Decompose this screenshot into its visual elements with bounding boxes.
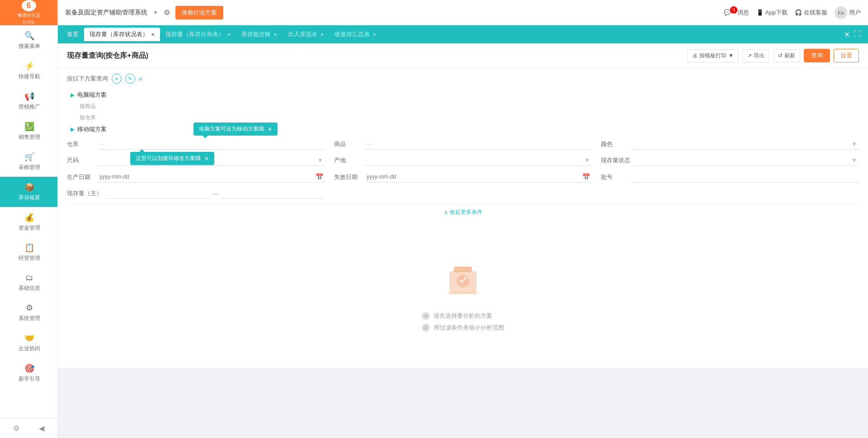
sidebar-item-warehouse[interactable]: 📦 库存核算	[0, 177, 57, 207]
purchase-label: 采购管理	[19, 164, 40, 171]
tab-inventory-dist[interactable]: 现存量（库存分布表） ✕	[160, 28, 236, 41]
tab-inventory-dist-close[interactable]: ✕	[227, 32, 231, 37]
set-btn[interactable]: 设置	[834, 49, 859, 62]
filter-edit-btn[interactable]: ✎	[125, 74, 135, 84]
topbar-gear-icon[interactable]: ⚙	[164, 8, 170, 17]
tabs-close-all-icon[interactable]: ✕	[844, 30, 850, 39]
color-field: 颜色 ▼	[601, 139, 859, 150]
warehouse-select[interactable]: ···	[98, 139, 325, 150]
content-inner: 现存量查询(按仓库+商品) 🖨 按模板打印 ▼ ↗ 导出 ↺ 刷新	[58, 43, 868, 368]
page-title: 现存量查询(按仓库+商品)	[67, 51, 148, 61]
sidebar-item-finance[interactable]: 💰 资金管理	[0, 207, 57, 237]
scheme-desktop-node[interactable]: ▶ 电脑端方案	[67, 89, 859, 101]
production-date-input-wrapper[interactable]: 📅	[98, 171, 325, 183]
color-select[interactable]: ▼	[632, 139, 859, 150]
query-btn[interactable]: 查询	[804, 49, 830, 62]
batch-label: 批号	[601, 173, 628, 181]
sidebar-item-purchase[interactable]: 🛒 采购管理	[0, 146, 57, 177]
tooltip1-close[interactable]: ✕	[268, 126, 272, 132]
production-date-input[interactable]	[99, 174, 314, 180]
sidebar-item-guide[interactable]: 🎯 新手引导	[0, 358, 57, 388]
filter-header: 按以下方案查询 + ✎ «	[67, 74, 859, 84]
avatar-abbr: Ea	[838, 10, 844, 15]
tabs-fullscreen-icon[interactable]: ⛶	[854, 30, 861, 38]
expiry-date-input[interactable]	[367, 174, 581, 180]
industry-btn[interactable]: 体验行业方案	[175, 6, 223, 19]
sidebar-item-search-menu[interactable]: 🔍 搜索菜单	[0, 25, 57, 56]
sidebar-item-basic[interactable]: 🗂 基础信息	[0, 268, 57, 297]
user-label: 用户	[849, 9, 861, 17]
tab-inventory-dist-label: 现存量（库存分布表）	[165, 30, 224, 38]
user-menu[interactable]: Ea 用户	[835, 6, 861, 19]
production-date-label: 生产日期	[67, 173, 94, 181]
app-download-btn[interactable]: 📱 App下载	[756, 9, 788, 17]
origin-select[interactable]: ▼	[365, 155, 592, 166]
print-btn[interactable]: 🖨 按模板打印 ▼	[687, 49, 739, 62]
goods-label: 商品	[334, 140, 361, 148]
sidebar-item-marketing[interactable]: 📢 营销推广	[0, 86, 57, 116]
content-area: 现存量查询(按仓库+商品) 🖨 按模板打印 ▼ ↗ 导出 ↺ 刷新	[58, 43, 868, 438]
empty-state: ① 请先选择要分析的方案 ② 用过滤条件来缩小分析范围	[58, 221, 868, 368]
inventory-range-max[interactable]	[221, 188, 325, 199]
scheme-tree: ▶ 电脑端方案 按商品 按仓库 ▶ 移动端方案	[67, 89, 859, 135]
export-icon: ↗	[747, 52, 752, 59]
print-dropdown-icon: ▼	[728, 52, 734, 59]
filter-back-btn[interactable]: «	[139, 75, 142, 82]
message-btn[interactable]: 💬 9 消息	[724, 9, 749, 17]
scheme-mobile-arrow: ▶	[71, 126, 75, 132]
expiry-date-input-wrapper[interactable]: 📅	[365, 171, 592, 183]
inventory-status-select[interactable]: ▼	[634, 155, 859, 166]
tab-recv-summary-label: 收发存汇总表	[335, 30, 370, 38]
expiry-date-cal-icon[interactable]: 📅	[582, 173, 590, 180]
inventory-range-min[interactable]	[106, 188, 210, 199]
tab-inventory-status-close[interactable]: ✕	[151, 32, 155, 37]
tab-inout-flow-close[interactable]: ✕	[320, 32, 324, 37]
refresh-btn[interactable]: ↺ 刷新	[773, 49, 800, 62]
page-header: 现存量查询(按仓库+商品) 🖨 按模板打印 ▼ ↗ 导出 ↺ 刷新	[58, 43, 868, 68]
tab-home[interactable]: 首页	[61, 28, 84, 41]
inventory-range-field: 现存量（主） —	[67, 188, 325, 199]
export-btn[interactable]: ↗ 导出	[742, 49, 769, 62]
online-support-label: 在线客服	[804, 9, 827, 17]
tab-recv-summary[interactable]: 收发存汇总表 ✕	[329, 28, 382, 41]
warehouse-field: 仓库 ···	[67, 139, 325, 150]
inventory-range-label: 现存量（主）	[67, 189, 102, 198]
sidebar-item-system[interactable]: ⚙ 系统管理	[0, 297, 57, 328]
sidebar-item-quick-nav[interactable]: ⚡ 快捷导航	[0, 56, 57, 86]
filter-add-btn[interactable]: +	[112, 74, 122, 84]
batch-input[interactable]	[632, 172, 859, 183]
topbar-dropdown-icon[interactable]: ▼	[153, 9, 158, 16]
sidebar-item-sales[interactable]: 💹 销售管理	[0, 116, 57, 146]
tab-recv-summary-close[interactable]: ✕	[373, 32, 376, 37]
tab-batch-account-close[interactable]: ✕	[274, 32, 277, 37]
tooltip2-close[interactable]: ✕	[204, 155, 209, 162]
production-date-field: 生产日期 📅	[67, 171, 325, 183]
tab-inventory-status[interactable]: 现存量（库存状况表） ✕	[84, 28, 160, 41]
print-label: 按模板打印	[699, 52, 726, 60]
production-date-cal-icon[interactable]: 📅	[316, 173, 323, 180]
sidebar-collapse-icon[interactable]: ◀	[39, 424, 44, 433]
sidebar-item-operations[interactable]: 📋 经营管理	[0, 237, 57, 268]
basic-label: 基础信息	[19, 284, 40, 292]
goods-field: 商品 ···	[334, 139, 592, 150]
color-label: 颜色	[601, 140, 628, 148]
tab-batch-account[interactable]: 库存批次账 ✕	[236, 28, 283, 41]
expiry-date-label: 失效日期	[334, 173, 361, 181]
online-support-btn[interactable]: 🎧 在线客服	[795, 9, 827, 17]
inventory-status-field: 现存量状态 ▼	[601, 155, 859, 166]
main-area: 装备及固定资产辅助管理系统 ▼ ⚙ 体验行业方案 💬 9 消息 📱 App下载 …	[58, 0, 868, 438]
empty-hints: ① 请先选择要分析的方案 ② 用过滤条件来缩小分析范围	[422, 312, 504, 332]
collapse-bar[interactable]: ∧ 收起更多条件	[67, 204, 859, 220]
scheme-mobile-node[interactable]: ▶ 移动端方案	[67, 123, 859, 135]
sidebar-settings-icon[interactable]: ⚙	[13, 424, 19, 433]
inventory-status-label: 现存量状态	[601, 156, 630, 165]
goods-select[interactable]: ···	[365, 139, 592, 150]
sidebar-item-cooperation[interactable]: 🤝 企业协同	[0, 328, 57, 358]
scheme-child-goods[interactable]: 按商品	[76, 101, 859, 112]
hint-1-text: 请先选择要分析的方案	[434, 312, 492, 320]
topbar: 装备及固定资产辅助管理系统 ▼ ⚙ 体验行业方案 💬 9 消息 📱 App下载 …	[58, 0, 868, 25]
tab-inout-flow[interactable]: 出入库流水 ✕	[283, 28, 329, 41]
marketing-icon: 📢	[24, 91, 34, 101]
avatar: Ea	[835, 6, 847, 19]
scheme-child-warehouse[interactable]: 按仓库	[76, 112, 859, 123]
